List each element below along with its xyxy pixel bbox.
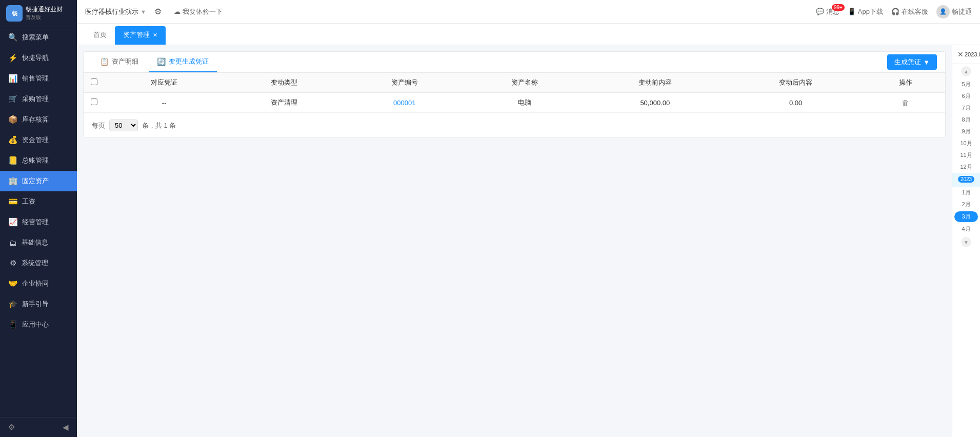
sidebar-item-采购管理[interactable]: 🛒 采购管理 [0, 89, 77, 109]
nav-label: 新手引导 [22, 300, 49, 309]
col-header-变动类型: 变动类型 [224, 73, 344, 93]
nav-label: 库存核算 [22, 115, 49, 124]
tab-label: 首页 [93, 31, 107, 38]
col-header-操作: 操作 [866, 73, 945, 93]
sidebar-item-总账管理[interactable]: 📒 总账管理 [0, 150, 77, 171]
sub-tabs-right: 生成凭证 ▼ [887, 54, 937, 70]
sidebar-item-快捷导航[interactable]: ⚡ 快捷导航 [0, 48, 77, 68]
panel-title: 2023.03 [965, 51, 980, 57]
timeline-month-5月[interactable]: 5月 [952, 78, 980, 90]
nav-icon: 💰 [8, 135, 18, 145]
timeline-month-2月[interactable]: 2月 [952, 198, 980, 210]
col-header-对应凭证: 对应凭证 [104, 73, 224, 93]
sidebar-item-资金管理[interactable]: 💰 资金管理 [0, 130, 77, 150]
per-page-select[interactable]: 102050100 [109, 120, 138, 131]
col-header-变动前内容: 变动前内容 [585, 73, 725, 93]
nav-label: 经营管理 [22, 217, 49, 227]
timeline-month-7月[interactable]: 7月 [952, 102, 980, 114]
company-selector[interactable]: 医疗器械行业演示 ▼ [85, 7, 146, 16]
sidebar-item-搜索菜单[interactable]: 🔍 搜索菜单 [0, 27, 77, 48]
sidebar-item-应用中心[interactable]: 📱 应用中心 [0, 314, 77, 335]
top-header: 医疗器械行业演示 ▼ ⚙ ☁ 我要体验一下 💬 消息 99+ 📱 App下载 🎧… [77, 0, 980, 24]
nav-icon: 📈 [8, 217, 18, 227]
right-panel-header: ✕ 2023.03 ⛶ [952, 45, 980, 64]
experience-button[interactable]: ☁ 我要体验一下 [174, 7, 223, 16]
cell-change-type: 资产清理 [224, 93, 344, 113]
timeline-month-11月[interactable]: 11月 [952, 149, 980, 161]
nav-label: 工资 [22, 197, 35, 206]
timeline-year-2023[interactable]: 2023 [952, 173, 980, 187]
cloud-icon: ☁ [174, 8, 181, 15]
scroll-down-button[interactable]: ▼ [952, 235, 980, 249]
collapse-icon[interactable]: ◀ [63, 423, 69, 432]
message-icon: 💬 [816, 8, 824, 15]
sidebar-item-新手引导[interactable]: 🎓 新手引导 [0, 294, 77, 314]
timeline-month-4月[interactable]: 4月 [952, 223, 980, 235]
close-panel-button[interactable]: ✕ [956, 49, 965, 59]
table-row: -- 资产清理 000001 电脑 50,000.00 0.00 🗑 [84, 93, 945, 113]
tab-首页[interactable]: 首页 [85, 26, 115, 45]
sidebar-item-固定资产[interactable]: 🏢 固定资产 [0, 171, 77, 191]
sub-tab-资产明细[interactable]: 📋 资产明细 [92, 52, 147, 72]
table-wrapper: 对应凭证变动类型资产编号资产名称变动前内容变动后内容操作 -- 资产清理 000… [84, 73, 945, 113]
timeline-month-10月[interactable]: 10月 [952, 137, 980, 149]
nav-label: 应用中心 [22, 320, 49, 329]
dropdown-arrow-icon: ▼ [923, 58, 930, 66]
timeline-month-active[interactable]: 3月 [954, 211, 978, 222]
nav-icon: ⚙ [8, 259, 17, 268]
sidebar-item-经营管理[interactable]: 📈 经营管理 [0, 212, 77, 232]
sub-tabs-left: 📋 资产明细🔄 变更生成凭证 [92, 52, 217, 72]
delete-icon[interactable]: 🗑 [902, 98, 909, 107]
per-page-label: 每页 [92, 121, 105, 130]
header-settings-icon[interactable]: ⚙ [154, 7, 162, 16]
sidebar-item-企业协同[interactable]: 🤝 企业协同 [0, 273, 77, 294]
cell-voucher: -- [104, 93, 224, 113]
select-all-checkbox[interactable] [91, 78, 97, 85]
app-download-button[interactable]: 📱 App下载 [848, 7, 883, 16]
timeline-month-6月[interactable]: 6月 [952, 90, 980, 102]
sidebar-item-基础信息[interactable]: 🗂 基础信息 [0, 232, 77, 253]
timeline-month-12月[interactable]: 12月 [952, 161, 980, 173]
sub-tabs: 📋 资产明细🔄 变更生成凭证 生成凭证 ▼ [84, 52, 945, 73]
nav-icon: ⚡ [8, 53, 18, 63]
sidebar-item-销售管理[interactable]: 📊 销售管理 [0, 68, 77, 89]
cell-asset-code[interactable]: 000001 [345, 93, 465, 113]
nav-icon: 🔍 [8, 33, 18, 42]
user-menu[interactable]: 👤 畅捷通 [936, 5, 972, 18]
nav-label: 系统管理 [22, 259, 48, 268]
timeline-month-1月[interactable]: 1月 [952, 187, 980, 198]
timeline-month-8月[interactable]: 8月 [952, 114, 980, 126]
sub-tab-icon: 📋 [100, 57, 109, 66]
nav-label: 企业协同 [22, 279, 49, 288]
messages-button[interactable]: 💬 消息 99+ [816, 7, 839, 16]
app-logo: 畅 畅捷通好业财 普及版 [0, 0, 77, 27]
select-all-cell [84, 73, 104, 93]
row-checkbox[interactable] [91, 98, 97, 105]
nav-icon: 📊 [8, 74, 18, 83]
nav-label: 固定资产 [22, 176, 49, 186]
sidebar-item-库存核算[interactable]: 📦 库存核算 [0, 109, 77, 130]
content-card: 📋 资产明细🔄 变更生成凭证 生成凭证 ▼ [83, 51, 946, 138]
generate-voucher-button[interactable]: 生成凭证 ▼ [887, 54, 937, 70]
nav-icon: 💳 [8, 197, 18, 206]
tab-close-icon[interactable]: ✕ [153, 32, 157, 38]
sidebar-item-系统管理[interactable]: ⚙ 系统管理 [0, 253, 77, 273]
sub-tab-变更生成凭证[interactable]: 🔄 变更生成凭证 [149, 52, 217, 72]
sub-tab-icon: 🔄 [157, 57, 166, 66]
tab-资产管理[interactable]: 资产管理✕ [115, 26, 166, 45]
sidebar-bottom: ⚙ ◀ [0, 417, 77, 437]
online-service-button[interactable]: 🎧 在线客服 [891, 7, 928, 16]
sidebar-item-工资[interactable]: 💳 工资 [0, 191, 77, 212]
settings-icon[interactable]: ⚙ [8, 423, 15, 432]
cell-action: 🗑 [866, 93, 945, 113]
company-arrow-icon: ▼ [141, 9, 146, 15]
scroll-up-button[interactable]: ▲ [952, 64, 980, 78]
company-name: 医疗器械行业演示 [85, 7, 138, 16]
nav-label: 快捷导航 [22, 53, 49, 63]
timeline-month-9月[interactable]: 9月 [952, 126, 980, 137]
main-wrapper: 医疗器械行业演示 ▼ ⚙ ☁ 我要体验一下 💬 消息 99+ 📱 App下载 🎧… [77, 0, 980, 437]
year-badge: 2023 [958, 176, 974, 183]
message-badge: 99+ [832, 4, 845, 11]
nav-icon: 🛒 [8, 94, 18, 104]
download-icon: 📱 [848, 8, 856, 15]
